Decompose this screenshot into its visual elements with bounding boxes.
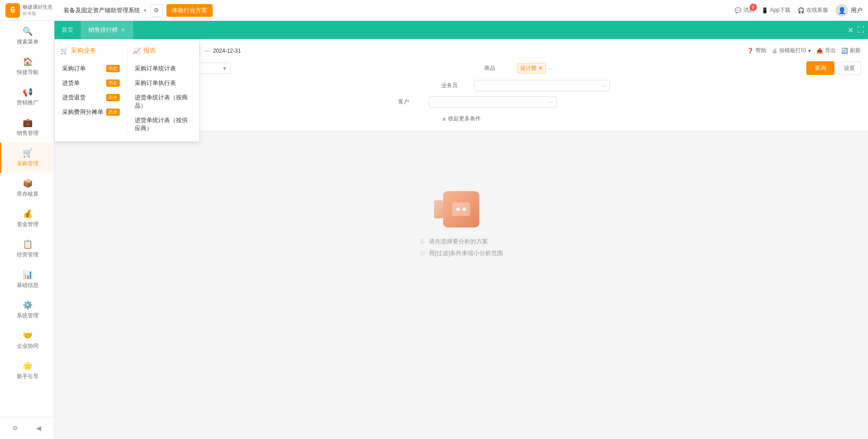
header-mid: 装备及固定资产辅助管理系统 ▾ ⚙ 体验行业方案 [60, 4, 735, 17]
settings-button[interactable]: 设置 [838, 62, 861, 75]
app-download-button[interactable]: 📱 App下载 [761, 6, 790, 14]
sidebar-item-purchase[interactable]: 🛒 采购管理 [0, 143, 54, 173]
tab-close-button[interactable]: ✕ [848, 26, 853, 35]
purchase-expense-item[interactable]: 采购费用分摊单 历史 [60, 105, 122, 119]
phone-icon: 📱 [761, 7, 768, 14]
logo-area: 6 畅捷通好生意 标准版 [5, 3, 60, 18]
logo-text: 畅捷通好生意 标准版 [23, 4, 53, 16]
robot-arm [434, 200, 443, 218]
purchase-header-icon: 🛒 [60, 47, 68, 54]
customer-dots[interactable]: ··· [548, 99, 553, 105]
refresh-icon: 🔄 [841, 48, 848, 54]
robot-body [443, 191, 479, 227]
cart-icon: 🛒 [23, 148, 33, 158]
tab-sales-rank[interactable]: 销售排行榜 ✕ [81, 21, 133, 39]
sidebar-item-sales[interactable]: 💼 销售管理 [0, 112, 54, 143]
salesman-select[interactable]: ··· [474, 80, 610, 91]
sidebar-item-finance[interactable]: 💰 资金管理 [0, 203, 54, 234]
gear-button[interactable]: ⚙ [150, 4, 163, 17]
goods-stats-by-product-item[interactable]: 进货单统计表（按商品） [133, 90, 194, 113]
sidebar: 🔍 搜索菜单 🏠 快捷导航 📢 营销推广 💼 销售管理 🛒 采购管理 📦 库存核… [0, 21, 54, 439]
salesman-label: 业务员 [441, 82, 468, 89]
briefcase-icon: 💼 [23, 118, 33, 128]
goods-more-button[interactable]: ··· [548, 65, 553, 72]
user-menu[interactable]: 👤 用户 [835, 4, 863, 17]
empty-hint-1: ① 请先选择要分析的方案 [419, 237, 503, 246]
home-icon: 🏠 [23, 57, 33, 67]
toolbar-right: ❓ 帮助 🖨 按模板打印 ▾ 📤 导出 🔄 刷新 [747, 47, 861, 54]
help-icon: ❓ [747, 48, 754, 54]
empty-hint-2: ② 用[过滤]条件来缩小分析范围 [419, 249, 503, 257]
sidebar-item-marketing[interactable]: 📢 营销推广 [0, 82, 54, 112]
tab-controls: ✕ ⛶ [844, 21, 868, 39]
report-header-icon: 📈 [133, 47, 141, 54]
history-badge: 历史 [106, 79, 120, 87]
export-icon: 📤 [816, 48, 823, 54]
dropdown-arrow-icon[interactable]: ▾ [144, 7, 146, 14]
history-badge: 历史 [106, 94, 120, 101]
history-badge: 历史 [106, 65, 120, 72]
handshake-icon: 🤝 [23, 330, 33, 340]
avatar: 👤 [835, 4, 848, 17]
box-icon: 📦 [23, 178, 33, 188]
sidebar-item-search[interactable]: 🔍 搜索菜单 [0, 21, 54, 51]
empty-state: ① 请先选择要分析的方案 ② 用[过滤]条件来缩小分析范围 [54, 131, 868, 313]
goods-tag: 设计费 ✕ [517, 63, 546, 74]
help-button[interactable]: ❓ 帮助 [747, 47, 766, 54]
sidebar-item-system[interactable]: ⚙️ 系统管理 [0, 295, 54, 325]
customer-select[interactable]: ··· [429, 96, 557, 108]
tab-home[interactable]: 首页 [54, 21, 81, 39]
report-col: 📈 报表 采购订单统计表 采购订单执行表 进货单统计表（按商品） 进货单统计表（… [127, 45, 200, 136]
sidebar-item-cooperation[interactable]: 🤝 企业协同 [0, 325, 54, 355]
sidebar-bottom: ⚙ ◀ [0, 417, 54, 439]
goods-return-item[interactable]: 进货退货 历史 [60, 90, 122, 105]
sidebar-item-operation[interactable]: 📋 经营管理 [0, 234, 54, 264]
chart-icon: 📊 [23, 270, 33, 280]
goods-stats-by-supplier-item[interactable]: 进货单统计表（按供应商） [133, 113, 194, 136]
customer-field-wrap: 客户 ··· [398, 96, 557, 108]
print-dropdown-icon: ▾ [808, 48, 811, 54]
header-right: 💬 消息 9 📱 App下载 🎧 在线客服 👤 用户 [735, 4, 863, 17]
query-button[interactable]: 查询 [806, 61, 834, 75]
salesman-dots[interactable]: ··· [601, 82, 606, 89]
industry-button[interactable]: 体验行业方案 [166, 4, 213, 17]
purchase-col: 🛒 采购业务 采购订单 历史 进货单 历史 进货退货 历史 采购费用分摊单 历史 [55, 45, 127, 136]
purchase-order-exec-item[interactable]: 采购订单执行表 [133, 76, 194, 90]
sidebar-item-newbie[interactable]: 🌟 新手引导 [0, 355, 54, 386]
money-icon: 💰 [23, 209, 33, 219]
goods-field: 设计费 ✕ ··· [517, 63, 553, 74]
empty-illustration [434, 187, 488, 232]
settings-icon: ⚙️ [23, 300, 33, 310]
star-icon: 🌟 [23, 361, 33, 371]
sidebar-settings-button[interactable]: ⚙ [8, 421, 23, 435]
export-button[interactable]: 📤 导出 [816, 47, 836, 54]
history-badge: 历史 [106, 109, 120, 116]
message-button[interactable]: 💬 消息 9 [735, 6, 754, 14]
tab-close-icon[interactable]: ✕ [121, 27, 125, 33]
sidebar-item-basic[interactable]: 📊 基础信息 [0, 264, 54, 295]
goods-receipt-item[interactable]: 进货单 历史 [60, 76, 122, 90]
purchase-order-item[interactable]: 采购订单 历史 [60, 61, 122, 76]
megaphone-icon: 📢 [23, 87, 33, 97]
clipboard-icon: 📋 [23, 239, 33, 249]
sidebar-item-quicknav[interactable]: 🏠 快捷导航 [0, 51, 54, 82]
headset-icon: 🎧 [798, 7, 805, 14]
sys-title: 装备及固定资产辅助管理系统 [63, 6, 140, 15]
refresh-button[interactable]: 🔄 刷新 [841, 47, 861, 54]
message-badge: 9 [750, 4, 757, 11]
tab-expand-button[interactable]: ⛶ [857, 26, 864, 34]
sidebar-collapse-button[interactable]: ◀ [31, 421, 46, 435]
print-icon: 🖨 [772, 48, 777, 54]
logo-icon: 6 [5, 3, 20, 18]
date-value: 2024-12-31 [213, 48, 241, 54]
goods-tag-close[interactable]: ✕ [538, 65, 543, 71]
filter-actions: 查询 设置 [806, 61, 861, 75]
purchase-header: 🛒 采购业务 [60, 45, 122, 57]
sidebar-item-inventory[interactable]: 📦 库存核算 [0, 173, 54, 203]
purchase-order-stats-item[interactable]: 采购订单统计表 [133, 61, 194, 76]
purchase-dropdown-menu: 🛒 采购业务 采购订单 历史 进货单 历史 进货退货 历史 采购费用分摊单 历史… [54, 39, 200, 142]
online-service-button[interactable]: 🎧 在线客服 [798, 6, 828, 14]
message-icon: 💬 [735, 7, 741, 14]
chevron-up-icon: ∧ [442, 116, 446, 122]
print-button[interactable]: 🖨 按模板打印 ▾ [772, 47, 811, 54]
